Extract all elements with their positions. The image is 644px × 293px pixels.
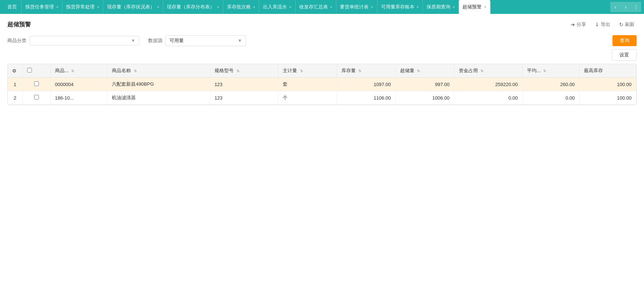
close-tab-10[interactable]: × <box>484 5 486 9</box>
row-checkbox-1[interactable] <box>22 91 50 105</box>
row-unit-1: 个 <box>278 91 337 105</box>
category-filter-item: 商品分类 ▼ <box>7 36 139 45</box>
nav-arrows: ‹ › ⋮ <box>610 2 641 12</box>
sort-icon-product-name: ⇅ <box>134 69 137 73</box>
data-table-wrapper: ⚙ 商品... ⇅ 商品名称 ⇅ 规格型号 ⇅ <box>7 64 637 105</box>
nav-tab-10[interactable]: 超储预警 × <box>459 0 490 14</box>
row-stock-1: 1106.00 <box>337 91 395 105</box>
row-checkbox-0[interactable] <box>22 78 50 91</box>
row-stock-0: 1097.00 <box>337 78 395 91</box>
row-overstock-1: 1006.00 <box>395 91 454 105</box>
row-product-name-0: 六配套新昌490BPG <box>107 78 210 91</box>
column-checkbox <box>22 64 50 78</box>
datasource-select[interactable]: 可用量 ▼ <box>165 35 246 46</box>
close-tab-0[interactable]: × <box>56 5 58 9</box>
close-tab-8[interactable]: × <box>417 5 419 9</box>
nav-tab-8[interactable]: 可用量库存账本 × <box>377 0 423 14</box>
share-icon: ➔ <box>571 22 575 27</box>
row-product-code-0: 0000004 <box>50 78 107 91</box>
nav-tab-2[interactable]: 现存量（库存状况表） × <box>103 0 163 14</box>
row-num-1: 2 <box>8 91 22 105</box>
row-max-stock-1: 100.00 <box>579 91 636 105</box>
nav-tab-5[interactable]: 出入库流水 × <box>259 0 295 14</box>
nav-home[interactable]: 首页 <box>3 0 22 14</box>
select-all-checkbox[interactable] <box>27 68 32 73</box>
sort-icon-stock: ⇅ <box>358 69 361 73</box>
column-spec[interactable]: 规格型号 ⇅ <box>210 64 278 78</box>
table-row: 2 186-10... 机油滤清器 123 个 1106.00 1006.00 … <box>8 91 636 105</box>
close-tab-5[interactable]: × <box>289 5 291 9</box>
datasource-label: 数据源 <box>148 37 162 44</box>
row-avg-0: 260.00 <box>522 78 579 91</box>
export-icon: ⇓ <box>595 22 599 27</box>
query-button[interactable]: 查询 <box>612 35 637 46</box>
sort-icon-overstock: ⇅ <box>417 69 420 73</box>
action-buttons: 查询 设置 <box>612 35 637 61</box>
column-stock[interactable]: 库存量 ⇅ <box>337 64 395 78</box>
close-tab-3[interactable]: × <box>217 5 219 9</box>
column-gear[interactable]: ⚙ <box>8 64 22 78</box>
page-container: 超储预警 ➔ 分享 ⇓ 导出 ↻ 刷新 商品分类 ▼ <box>0 14 644 293</box>
datasource-filter-item: 数据源 可用量 ▼ <box>148 35 246 46</box>
row-spec-1: 123 <box>210 91 278 105</box>
sort-icon-unit: ⇅ <box>300 69 303 73</box>
column-capital[interactable]: 资金占用 ⇅ <box>454 64 522 78</box>
row-product-name-1: 机油滤清器 <box>107 91 210 105</box>
category-label: 商品分类 <box>7 37 26 44</box>
column-product-code[interactable]: 商品... ⇅ <box>50 64 107 78</box>
column-avg[interactable]: 平均... ⇅ <box>522 64 579 78</box>
nav-tab-1[interactable]: 拣货异常处理 × <box>62 0 103 14</box>
column-unit[interactable]: 主计量 ⇅ <box>278 64 337 78</box>
category-dropdown-icon: ▼ <box>131 38 135 43</box>
page-title: 超储预警 <box>7 21 31 29</box>
row-max-stock-0: 100.00 <box>579 78 636 91</box>
export-button[interactable]: ⇓ 导出 <box>593 20 612 29</box>
share-button[interactable]: ➔ 分享 <box>568 20 588 29</box>
datasource-dropdown-icon: ▼ <box>238 38 242 43</box>
table-row: 1 0000004 六配套新昌490BPG 123 套 1097.00 997.… <box>8 78 636 91</box>
row-spec-0: 123 <box>210 78 278 91</box>
nav-tab-9[interactable]: 保质期查询 × <box>423 0 459 14</box>
row-unit-0: 套 <box>278 78 337 91</box>
nav-tab-0[interactable]: 拣货任务管理 × <box>22 0 62 14</box>
refresh-button[interactable]: ↻ 刷新 <box>617 20 637 29</box>
category-select[interactable]: ▼ <box>29 36 139 45</box>
row-avg-1: 0.00 <box>522 91 579 105</box>
close-tab-6[interactable]: × <box>330 5 332 9</box>
top-navigation: 首页 拣货任务管理 × 拣货异常处理 × 现存量（库存状况表） × 现存量（库存… <box>0 0 644 14</box>
close-tab-9[interactable]: × <box>453 5 455 9</box>
refresh-icon: ↻ <box>619 22 623 27</box>
sort-icon-capital: ⇅ <box>480 69 483 73</box>
page-header: 超储预警 ➔ 分享 ⇓ 导出 ↻ 刷新 <box>7 20 637 29</box>
table-header-row: ⚙ 商品... ⇅ 商品名称 ⇅ 规格型号 ⇅ <box>8 64 636 78</box>
row-overstock-0: 997.00 <box>395 78 454 91</box>
filter-section: 商品分类 ▼ 数据源 可用量 ▼ 查询 设置 <box>7 35 637 61</box>
column-product-name[interactable]: 商品名称 ⇅ <box>107 64 210 78</box>
filter-inputs: 商品分类 ▼ 数据源 可用量 ▼ <box>7 35 246 46</box>
nav-prev-button[interactable]: ‹ <box>610 2 621 12</box>
nav-tab-3[interactable]: 现存量（库存分布表） × <box>163 0 223 14</box>
column-overstock[interactable]: 超储量 ⇅ <box>395 64 454 78</box>
sort-icon-avg: ⇅ <box>543 69 546 73</box>
nav-menu-button[interactable]: ⋮ <box>631 2 641 12</box>
header-actions: ➔ 分享 ⇓ 导出 ↻ 刷新 <box>568 20 637 29</box>
row-product-code-1: 186-10... <box>50 91 107 105</box>
close-tab-7[interactable]: × <box>371 5 373 9</box>
data-table: ⚙ 商品... ⇅ 商品名称 ⇅ 规格型号 ⇅ <box>8 64 636 105</box>
row-num-0: 1 <box>8 78 22 91</box>
close-tab-4[interactable]: × <box>253 5 255 9</box>
sort-icon-product-code: ⇅ <box>71 69 74 73</box>
sort-icon-spec: ⇅ <box>237 69 239 73</box>
table-body: 1 0000004 六配套新昌490BPG 123 套 1097.00 997.… <box>8 78 636 105</box>
datasource-value: 可用量 <box>169 37 184 44</box>
nav-tab-7[interactable]: 要货单统计表 × <box>336 0 377 14</box>
column-max-stock: 最高库存 <box>579 64 636 78</box>
nav-next-button[interactable]: › <box>621 2 631 12</box>
nav-tab-4[interactable]: 库存批次账 × <box>223 0 259 14</box>
nav-tab-6[interactable]: 收发存汇总表 × <box>296 0 336 14</box>
settings-button[interactable]: 设置 <box>612 49 637 61</box>
row-capital-0: 259220.00 <box>454 78 522 91</box>
row-capital-1: 0.00 <box>454 91 522 105</box>
close-tab-1[interactable]: × <box>97 5 99 9</box>
close-tab-2[interactable]: × <box>157 5 159 9</box>
